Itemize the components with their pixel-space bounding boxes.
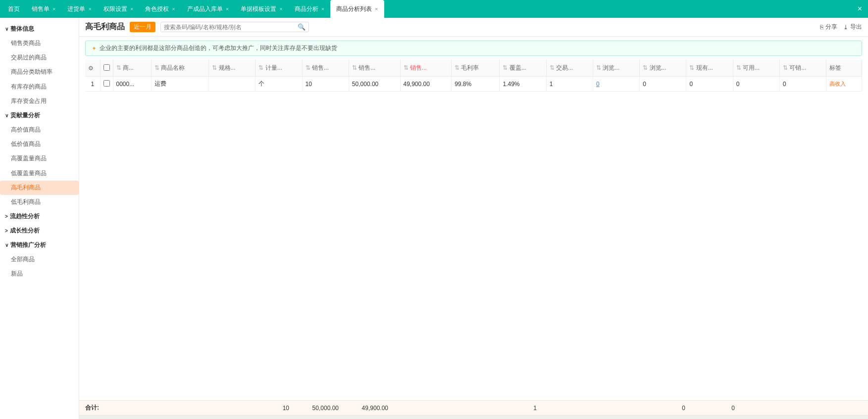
- sidebar-item-high-value[interactable]: 高价值商品: [0, 123, 79, 137]
- tab-template-settings[interactable]: 单据模板设置 ×: [235, 0, 288, 18]
- tab-purchase-order[interactable]: 进货单 ×: [61, 0, 97, 18]
- col-name[interactable]: ⇅ 商品名称: [152, 60, 209, 77]
- row-browse1[interactable]: 0: [593, 77, 639, 92]
- row-num: 1: [85, 77, 100, 92]
- tab-product-analysis[interactable]: 商品分析 ×: [289, 0, 330, 18]
- row-unit: 个: [255, 77, 302, 92]
- sidebar-item-stock-capital[interactable]: 库存资金占用: [0, 94, 79, 108]
- col-settings[interactable]: ⚙: [85, 60, 100, 77]
- sidebar-item-category-rate[interactable]: 商品分类助销率: [0, 65, 79, 79]
- horizontal-scrollbar[interactable]: [79, 415, 868, 419]
- row-checkbox[interactable]: [100, 77, 113, 92]
- sort-icon: ⇅: [596, 64, 601, 71]
- sidebar-item-traded-goods[interactable]: 交易过的商品: [0, 50, 79, 65]
- row-code: 0000...: [113, 77, 152, 92]
- col-coverage[interactable]: ⇅ 覆盖...: [500, 60, 546, 77]
- col-transaction[interactable]: ⇅ 交易...: [546, 60, 593, 77]
- product-table: ⚙ ⇅ 商... ⇅ 商品名称: [85, 60, 862, 92]
- close-icon[interactable]: ×: [375, 6, 378, 12]
- close-icon[interactable]: ×: [130, 6, 133, 12]
- col-browse2[interactable]: ⇅ 浏览...: [640, 60, 686, 77]
- row-coverage: 1.49%: [500, 77, 546, 92]
- header-actions: ⎘ 分享 ⤓ 导出: [820, 23, 862, 31]
- tab-home[interactable]: 首页: [2, 0, 26, 18]
- sidebar-group-trend[interactable]: > 流趋性分析: [0, 209, 79, 224]
- tab-product-warehouse[interactable]: 产成品入库单 ×: [181, 0, 235, 18]
- sidebar-item-in-stock[interactable]: 有库存的商品: [0, 80, 79, 94]
- row-sales-amount: 50,000.00: [349, 77, 400, 92]
- row-sales-qty: 10: [302, 77, 349, 92]
- chevron-down-icon: ∨: [5, 113, 8, 118]
- close-icon[interactable]: ×: [226, 6, 229, 12]
- sort-icon: ⇅: [736, 64, 741, 71]
- col-tag[interactable]: 标签: [826, 60, 862, 77]
- col-available[interactable]: ⇅ 可用...: [733, 60, 779, 77]
- tab-sales-order[interactable]: 销售单 ×: [26, 0, 61, 18]
- table-container: ⚙ ⇅ 商... ⇅ 商品名称: [79, 60, 868, 400]
- sidebar-item-high-margin[interactable]: 高毛利商品: [0, 181, 79, 195]
- row-current: 0: [686, 77, 733, 92]
- sidebar-group-marketing[interactable]: ∨ 营销推广分析: [0, 238, 79, 252]
- search-input[interactable]: [164, 24, 298, 31]
- col-sales-amount[interactable]: ⇅ 销售...: [349, 60, 400, 77]
- close-icon[interactable]: ×: [279, 6, 282, 12]
- sort-icon: ⇅: [352, 64, 357, 71]
- select-all-checkbox[interactable]: [103, 64, 110, 71]
- sort-icon: ⇅: [306, 64, 310, 71]
- close-icon[interactable]: ×: [88, 6, 91, 12]
- col-sales-qty[interactable]: ⇅ 销售...: [302, 60, 349, 77]
- row-gross-margin: 99.8%: [452, 77, 500, 92]
- share-button[interactable]: ⎘ 分享: [820, 23, 837, 31]
- settings-icon: ⚙: [88, 65, 94, 72]
- filter-recent-month-button[interactable]: 近一月: [130, 22, 155, 32]
- close-icon[interactable]: ×: [172, 6, 175, 12]
- sidebar-group-overall[interactable]: ∨ 整体信息: [0, 22, 79, 36]
- sidebar-group-growth[interactable]: > 成长性分析: [0, 224, 79, 238]
- sidebar-item-high-coverage[interactable]: 高覆盖量商品: [0, 151, 79, 166]
- sidebar-item-all-goods[interactable]: 全部商品: [0, 252, 79, 267]
- sort-icon: ⇅: [550, 64, 555, 71]
- sidebar: 《 ∨ 整体信息 销售类商品 交易过的商品 商品分类助销率 有库存的商品 库存资…: [0, 18, 79, 419]
- chevron-right-icon: >: [5, 214, 8, 219]
- chevron-right-icon: >: [5, 228, 8, 233]
- top-navigation: 首页 销售单 × 进货单 × 权限设置 × 角色授权 × 产成品入库单 × 单据…: [0, 0, 868, 18]
- col-gross-margin[interactable]: ⇅ 毛利率: [452, 60, 500, 77]
- row-name: 运费: [152, 77, 209, 92]
- tab-product-analysis-list[interactable]: 商品分析列表 ×: [330, 0, 384, 18]
- main-layout: 《 ∨ 整体信息 销售类商品 交易过的商品 商品分类助销率 有库存的商品 库存资…: [0, 18, 868, 419]
- sort-icon: ⇅: [258, 64, 263, 71]
- table-footer: 合计: 10 50,000.00 49,900.00 1 0 0: [79, 400, 868, 415]
- window-close-button[interactable]: ×: [854, 4, 866, 13]
- table-header-row: ⚙ ⇅ 商... ⇅ 商品名称: [85, 60, 862, 77]
- col-unit[interactable]: ⇅ 计量...: [255, 60, 302, 77]
- chevron-down-icon: ∨: [5, 242, 8, 248]
- col-checkbox[interactable]: [100, 60, 113, 77]
- col-sellable[interactable]: ⇅ 可销...: [779, 60, 826, 77]
- close-icon[interactable]: ×: [52, 6, 55, 12]
- footer-sales-qty: 10: [253, 405, 292, 412]
- table-row: 1 0000... 运费 个 10 50,000.00 49,900.00 99…: [85, 77, 862, 92]
- row-select-checkbox[interactable]: [103, 80, 110, 87]
- col-browse1[interactable]: ⇅ 浏览...: [593, 60, 639, 77]
- row-sellable: 0: [779, 77, 826, 92]
- sidebar-item-low-value[interactable]: 低价值商品: [0, 137, 79, 151]
- col-code[interactable]: ⇅ 商...: [113, 60, 152, 77]
- sidebar-item-low-coverage[interactable]: 低覆盖量商品: [0, 166, 79, 181]
- col-sales-cost[interactable]: ⇅ 销售...: [400, 60, 452, 77]
- col-current[interactable]: ⇅ 现有...: [686, 60, 733, 77]
- tab-permissions[interactable]: 权限设置 ×: [98, 0, 139, 18]
- sort-icon: ⇅: [689, 64, 694, 71]
- close-icon[interactable]: ×: [321, 6, 324, 12]
- col-spec[interactable]: ⇅ 规格...: [209, 60, 255, 77]
- sidebar-item-low-margin[interactable]: 低毛利商品: [0, 195, 79, 209]
- tab-role-auth[interactable]: 角色授权 ×: [139, 0, 181, 18]
- footer-sales-cost: 49,900.00: [352, 405, 391, 412]
- content-header: 高毛利商品 近一月 🔍 ⎘ 分享 ⤓ 导出: [79, 18, 868, 37]
- sidebar-item-sales-goods[interactable]: 销售类商品: [0, 36, 79, 50]
- sidebar-group-contribution[interactable]: ∨ 贡献量分析: [0, 108, 79, 123]
- export-button[interactable]: ⤓ 导出: [843, 23, 862, 31]
- sort-icon: ⇅: [154, 64, 159, 71]
- sort-icon: ⇅: [455, 64, 460, 71]
- info-banner: ✦ 企业的主要的利润都是这部分商品创造的，可考虑加大推广，同时关注库存是不要出现…: [85, 41, 862, 56]
- sidebar-item-new-goods[interactable]: 新品: [0, 267, 79, 281]
